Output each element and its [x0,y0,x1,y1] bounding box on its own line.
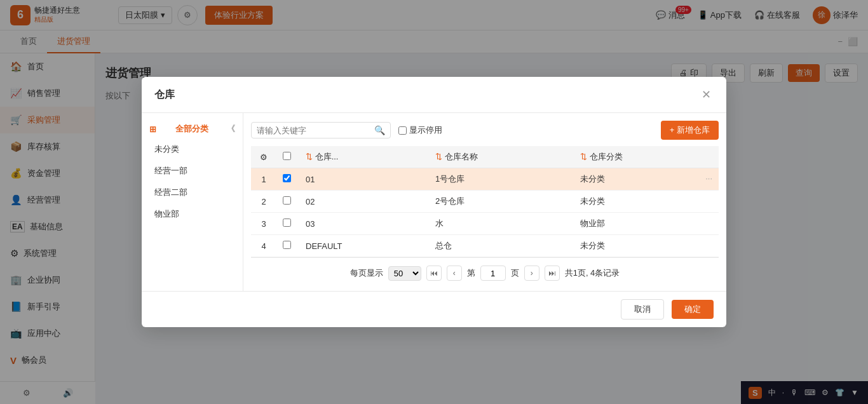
pagination: 每页显示 50 10 20 100 ⏮ ‹ 第 页 › [251,257,719,283]
row-code: 03 [299,213,429,235]
per-page-select[interactable]: 50 10 20 100 [388,266,421,281]
row-checkbox[interactable] [283,219,291,227]
row-checkbox[interactable] [283,174,291,182]
search-input[interactable] [257,126,370,135]
per-page-label: 每页显示 [350,267,383,279]
search-icon[interactable]: 🔍 [374,125,385,135]
action-dots[interactable]: ··· [705,173,712,183]
first-page-button[interactable]: ⏮ [426,266,442,281]
modal-overlay: 仓库 ✕ ⊞ 全部分类 《 未分类 经营一部 经营二部 物业部 [0,0,868,404]
table-row[interactable]: 1 01 1号仓库 未分类··· [251,168,719,191]
category-item-ops2[interactable]: 经营二部 [142,182,243,203]
table-row[interactable]: 4 DEFAULT 总仓 未分类 [251,235,719,257]
row-checkbox-cell [276,168,299,191]
prev-page-button[interactable]: ‹ [447,266,462,281]
row-category: 未分类 [574,191,719,213]
cancel-button[interactable]: 取消 [621,299,664,320]
category-panel: ⊞ 全部分类 《 未分类 经营一部 经营二部 物业部 [142,113,243,291]
search-bar: 🔍 显示停用 + 新增仓库 [251,121,719,140]
table-row[interactable]: 3 03 水 物业部 [251,213,719,235]
col-category: ⇅ 仓库分类 [574,146,719,168]
modal-footer: 取消 确定 [142,291,726,327]
row-num: 4 [251,235,276,257]
row-num: 1 [251,168,276,191]
row-category: 未分类··· [574,168,719,191]
category-all-label: 全部分类 [175,123,208,135]
warehouse-modal: 仓库 ✕ ⊞ 全部分类 《 未分类 经营一部 经营二部 物业部 [142,77,726,327]
row-name: 水 [429,213,574,235]
col-name: ⇅ 仓库名称 [429,146,574,168]
row-checkbox-cell [276,235,299,257]
row-category: 未分类 [574,235,719,257]
table-panel: 🔍 显示停用 + 新增仓库 ⚙ [243,113,726,291]
select-all-checkbox[interactable] [283,152,291,160]
row-num: 3 [251,213,276,235]
total-info: 共1页, 4条记录 [565,267,620,279]
collapse-icon[interactable]: 《 [227,123,235,135]
add-warehouse-button[interactable]: + 新增仓库 [661,121,719,140]
row-num: 2 [251,191,276,213]
grid-icon: ⊞ [149,125,156,134]
page-number-input[interactable] [480,266,506,281]
row-name: 2号仓库 [429,191,574,213]
modal-header: 仓库 ✕ [142,77,726,113]
sort-icon: ⇅ [306,152,313,161]
warehouse-table: ⚙ ⇅ 仓库... ⇅ [251,146,719,257]
gear-col-icon: ⚙ [260,152,268,162]
last-page-button[interactable]: ⏭ [545,266,560,281]
col-code: ⇅ 仓库... [299,146,429,168]
category-item-unclassified[interactable]: 未分类 [142,138,243,160]
row-category: 物业部 [574,213,719,235]
row-checkbox[interactable] [283,196,291,205]
table-header-row: ⚙ ⇅ 仓库... ⇅ [251,146,719,168]
row-name: 总仓 [429,235,574,257]
category-all[interactable]: ⊞ 全部分类 《 [142,119,243,138]
confirm-button[interactable]: 确定 [672,300,714,319]
sort-icon2: ⇅ [435,152,442,161]
table-row[interactable]: 2 02 2号仓库 未分类 [251,191,719,213]
modal-body: ⊞ 全部分类 《 未分类 经营一部 经营二部 物业部 🔍 [142,113,726,291]
category-item-property[interactable]: 物业部 [142,203,243,225]
row-name: 1号仓库 [429,168,574,191]
col-checkbox [276,146,299,168]
modal-title: 仓库 [154,88,175,102]
search-input-wrap: 🔍 [251,122,391,138]
row-code: 02 [299,191,429,213]
show-disabled-checkbox[interactable] [398,126,407,135]
page-label: 页 [511,267,519,279]
row-code: DEFAULT [299,235,429,257]
show-disabled-label[interactable]: 显示停用 [398,125,442,136]
page-label-pre: 第 [467,267,475,279]
sort-icon3: ⇅ [580,152,587,161]
next-page-button[interactable]: › [524,266,539,281]
col-gear: ⚙ [251,146,276,168]
per-page-select-wrap: 50 10 20 100 [388,266,421,281]
table-scroll: ⚙ ⇅ 仓库... ⇅ [251,146,719,257]
row-checkbox-cell [276,213,299,235]
row-checkbox-cell [276,191,299,213]
modal-close-button[interactable]: ✕ [698,87,714,102]
row-checkbox[interactable] [283,241,291,249]
row-code: 01 [299,168,429,191]
category-item-ops1[interactable]: 经营一部 [142,160,243,182]
